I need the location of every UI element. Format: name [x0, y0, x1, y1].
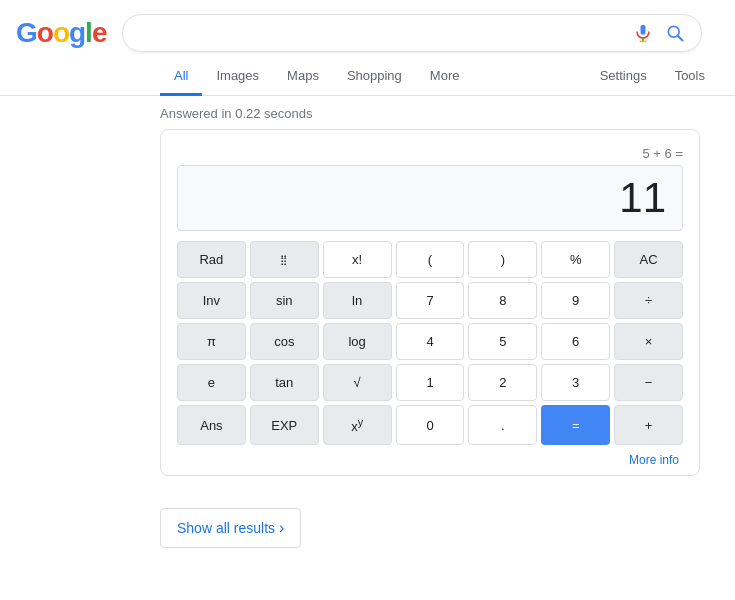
search-input[interactable]: 5+6 [139, 24, 625, 42]
logo-letter-o2: o [53, 17, 69, 49]
btn-inv[interactable]: Inv [177, 282, 246, 319]
btn-close-paren[interactable]: ) [468, 241, 537, 278]
tab-all[interactable]: All [160, 58, 202, 96]
btn-sqrt[interactable]: √ [323, 364, 392, 401]
btn-pi[interactable]: π [177, 323, 246, 360]
btn-sin[interactable]: sin [250, 282, 319, 319]
btn-add[interactable]: + [614, 405, 683, 445]
btn-4[interactable]: 4 [396, 323, 465, 360]
search-icon[interactable] [665, 23, 685, 43]
nav-right: Settings Tools [586, 58, 735, 95]
btn-tan[interactable]: tan [250, 364, 319, 401]
tab-images[interactable]: Images [202, 58, 273, 96]
btn-factorial[interactable]: x! [323, 241, 392, 278]
more-info-link[interactable]: More info [177, 453, 683, 467]
tab-maps[interactable]: Maps [273, 58, 333, 96]
tab-tools[interactable]: Tools [661, 58, 719, 96]
btn-8[interactable]: 8 [468, 282, 537, 319]
show-results-section: Show all results › [160, 508, 735, 548]
logo-letter-l: l [85, 17, 92, 49]
btn-divide[interactable]: ÷ [614, 282, 683, 319]
tab-settings[interactable]: Settings [586, 58, 661, 96]
microphone-icon[interactable] [633, 23, 653, 43]
logo-letter-g: G [16, 17, 37, 49]
btn-open-paren[interactable]: ( [396, 241, 465, 278]
btn-cos[interactable]: cos [250, 323, 319, 360]
search-bar[interactable]: 5+6 [122, 14, 702, 52]
search-icons [633, 23, 685, 43]
nav-tabs: All Images Maps Shopping More Settings T… [0, 58, 735, 96]
btn-0[interactable]: 0 [396, 405, 465, 445]
btn-6[interactable]: 6 [541, 323, 610, 360]
svg-rect-0 [641, 25, 646, 35]
btn-2[interactable]: 2 [468, 364, 537, 401]
btn-log[interactable]: log [323, 323, 392, 360]
btn-e[interactable]: e [177, 364, 246, 401]
logo-letter-o1: o [37, 17, 53, 49]
btn-grid[interactable]: ⣿ [250, 241, 319, 278]
calc-expression: 5 + 6 = [177, 146, 683, 161]
show-all-results-button[interactable]: Show all results › [160, 508, 301, 548]
btn-3[interactable]: 3 [541, 364, 610, 401]
answer-time: Answered in 0.22 seconds [0, 96, 735, 129]
tab-shopping[interactable]: Shopping [333, 58, 416, 96]
tab-more[interactable]: More [416, 58, 474, 96]
show-all-results-label: Show all results [177, 520, 275, 536]
calc-display: 11 [177, 165, 683, 231]
btn-multiply[interactable]: × [614, 323, 683, 360]
btn-dot[interactable]: . [468, 405, 537, 445]
calc-buttons: Rad ⣿ x! ( ) % AC Inv sin ln 7 8 9 ÷ π c… [177, 241, 683, 445]
btn-power[interactable]: xy [323, 405, 392, 445]
btn-equals[interactable]: = [541, 405, 610, 445]
btn-1[interactable]: 1 [396, 364, 465, 401]
logo-letter-e: e [92, 17, 107, 49]
svg-line-4 [678, 36, 683, 41]
btn-7[interactable]: 7 [396, 282, 465, 319]
header: Google 5+6 [0, 0, 735, 52]
google-logo: Google [16, 17, 106, 49]
btn-subtract[interactable]: − [614, 364, 683, 401]
btn-9[interactable]: 9 [541, 282, 610, 319]
btn-rad[interactable]: Rad [177, 241, 246, 278]
chevron-right-icon: › [279, 519, 284, 537]
btn-exp[interactable]: EXP [250, 405, 319, 445]
logo-letter-g2: g [69, 17, 85, 49]
btn-ln[interactable]: ln [323, 282, 392, 319]
btn-5[interactable]: 5 [468, 323, 537, 360]
calculator-card: 5 + 6 = 11 Rad ⣿ x! ( ) % AC Inv sin ln … [160, 129, 700, 476]
btn-ac[interactable]: AC [614, 241, 683, 278]
btn-percent[interactable]: % [541, 241, 610, 278]
nav-left: All Images Maps Shopping More [160, 58, 473, 95]
btn-ans[interactable]: Ans [177, 405, 246, 445]
